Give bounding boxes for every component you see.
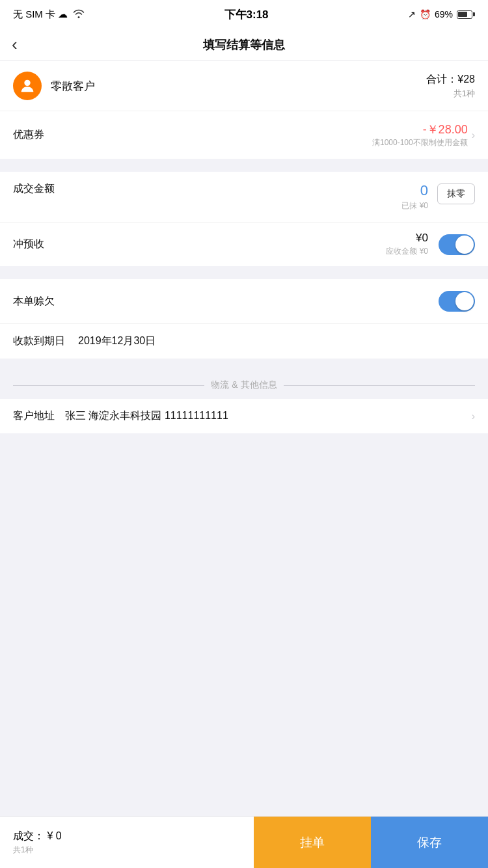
status-right: ↗ ⏰ 69% [408,9,475,20]
customer-section: 零散客户 合计：¥28 共1种 优惠券 -￥28.00 满1000-100不限制… [0,61,488,159]
coupon-label: 优惠券 [13,128,44,142]
coupon-right-col: -￥28.00 满1000-100不限制使用金额 [372,122,468,148]
spacer [0,440,488,570]
address-left: 客户地址 张三 海淀永丰科技园 11111111111 [13,409,228,423]
prereceive-row: 冲预收 ¥0 应收金额 ¥0 [0,222,488,266]
amount-value-col: 0 已抹 ¥0 [401,182,428,211]
back-button[interactable]: ‹ [12,34,18,55]
bottom-deal-label: 成交： [13,830,44,841]
nav-bar: ‹ 填写结算等信息 [0,29,488,61]
debt-section: 本单赊欠 收款到期日 2019年12月30日 [0,279,488,359]
prereceive-toggle[interactable] [439,234,475,255]
duedate-row: 收款到期日 2019年12月30日 [0,323,488,359]
divider-1 [0,165,488,172]
bottom-count: 共1种 [13,845,241,856]
debt-toggle[interactable] [439,291,475,312]
amount-sub: 已抹 ¥0 [401,200,428,211]
bottom-deal-row: 成交： ¥ 0 [13,830,241,843]
divider-3 [0,365,488,372]
customer-row: 零散客户 合计：¥28 共1种 [0,61,488,111]
coupon-desc: 满1000-100不限制使用金额 [372,137,468,148]
debt-label: 本单赊欠 [13,295,55,308]
amount-label: 成交金额 [13,182,55,196]
amount-section: 成交金额 0 已抹 ¥0 抹零 冲预收 ¥0 应收金额 ¥0 [0,172,488,266]
prereceive-label: 冲预收 [13,237,44,251]
bottom-deal-value: ¥ 0 [47,830,61,841]
duedate-label: 收款到期日 [13,334,65,348]
divider-2 [0,273,488,279]
toggle-thumb [455,236,474,254]
customer-count: 共1种 [426,88,475,100]
bottom-bar: 成交： ¥ 0 共1种 挂单 保存 [0,816,488,868]
address-section: 客户地址 张三 海淀永丰科技园 11111111111 › [0,399,488,433]
duedate-value: 2019年12月30日 [78,334,156,348]
svg-point-0 [24,80,30,86]
amount-right: 0 已抹 ¥0 抹零 [401,182,475,211]
status-time: 下午3:18 [224,7,269,22]
logistics-banner: 物流 & 其他信息 [0,372,488,399]
customer-name: 零散客户 [51,79,95,94]
battery-percent: 69% [435,9,453,20]
amount-value: 0 [401,182,428,199]
pend-button[interactable]: 挂单 [254,817,371,869]
debt-toggle-thumb [455,292,474,310]
status-bar: 无 SIM 卡 ☁ 下午3:18 ↗ ⏰ 69% [0,0,488,29]
address-chevron-icon: › [472,411,475,422]
address-label: 客户地址 [13,409,55,423]
amount-row: 成交金额 0 已抹 ¥0 抹零 [0,172,488,222]
address-value: 张三 海淀永丰科技园 11111111111 [65,409,228,423]
wifi-icon [73,9,85,20]
customer-right: 合计：¥28 共1种 [426,73,475,100]
coupon-right: -￥28.00 满1000-100不限制使用金额 › [372,122,475,148]
nav-title: 填写结算等信息 [203,37,285,53]
chevron-right-icon: › [472,129,475,141]
customer-left: 零散客户 [13,72,95,100]
customer-avatar [13,72,42,100]
prereceive-value: ¥0 [386,232,428,245]
address-row[interactable]: 客户地址 张三 海淀永丰科技园 11111111111 › [0,399,488,433]
person-icon [18,77,36,95]
prereceive-val-col: ¥0 应收金额 ¥0 [386,232,428,257]
save-button[interactable]: 保存 [371,817,488,869]
customer-total: 合计：¥28 [426,73,475,87]
coupon-amount: -￥28.00 [372,122,468,137]
coupon-row[interactable]: 优惠券 -￥28.00 满1000-100不限制使用金额 › [0,111,488,159]
logistics-line-left [13,385,204,386]
alarm-icon: ⏰ [420,9,431,20]
prereceive-right: ¥0 应收金额 ¥0 [386,232,475,257]
prereceive-sub: 应收金额 ¥0 [386,246,428,257]
bottom-info: 成交： ¥ 0 共1种 [0,830,254,856]
logistics-text: 物流 & 其他信息 [211,379,277,391]
logistics-line-right [284,385,475,386]
debt-row: 本单赊欠 [0,279,488,323]
round-zero-button[interactable]: 抹零 [437,183,475,204]
sim-label: 无 SIM 卡 ☁ [13,8,68,21]
battery-icon [457,10,475,19]
status-left: 无 SIM 卡 ☁ [13,8,85,21]
location-icon: ↗ [408,9,416,20]
